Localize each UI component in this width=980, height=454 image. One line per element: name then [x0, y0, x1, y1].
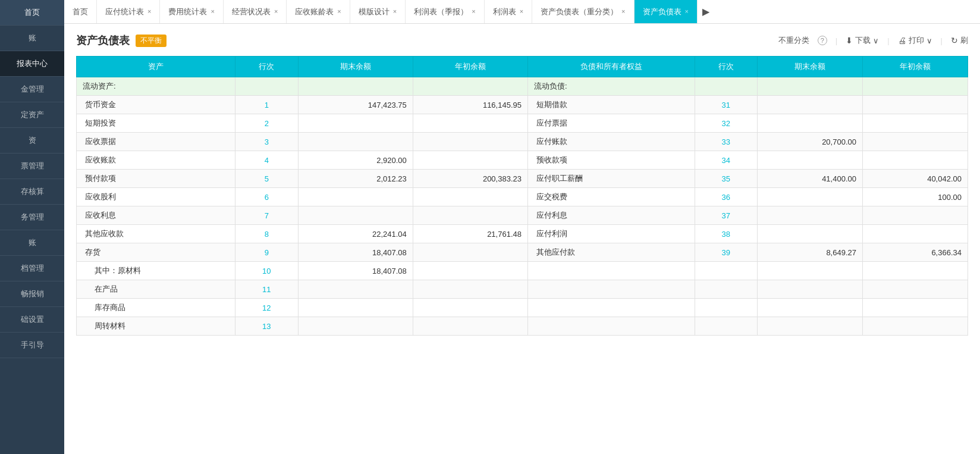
- table-row[interactable]: 货币资金 1 147,423.75 116,145.95 短期借款 31: [77, 96, 968, 114]
- right-year-start: [862, 96, 968, 114]
- page-title: 资产负债表: [76, 33, 130, 48]
- tab-bs-reclassify-close[interactable]: ×: [621, 8, 625, 15]
- table-row[interactable]: 短期投资 2 应付票据 32: [77, 114, 968, 133]
- tab-ap-stat-close[interactable]: ×: [147, 8, 151, 15]
- left-period-end: [298, 280, 413, 299]
- tab-operation-close[interactable]: ×: [274, 8, 278, 15]
- tab-scroll-right[interactable]: ▶: [698, 0, 714, 23]
- left-row-num: 3: [235, 133, 298, 151]
- download-btn[interactable]: ⬇ 下载 ∨: [846, 35, 879, 46]
- tab-bs[interactable]: 资产负债表 ×: [635, 0, 698, 23]
- help-icon[interactable]: ?: [818, 36, 827, 45]
- table-section-row: 流动资产: 流动负债:: [77, 77, 968, 96]
- right-period-end: [758, 96, 863, 114]
- right-period-end: 8,649.27: [758, 243, 863, 262]
- divider1: |: [835, 36, 837, 45]
- unbalanced-badge: 不平衡: [136, 35, 167, 47]
- right-row-num: 35: [695, 170, 757, 188]
- tab-bs-close[interactable]: ×: [685, 8, 689, 15]
- tab-ap-stat[interactable]: 应付统计表 ×: [97, 0, 160, 23]
- table-row[interactable]: 其他应收款 8 22,241.04 21,761.48 应付利润 38: [77, 225, 968, 243]
- sidebar-item-home[interactable]: 首页: [0, 0, 64, 26]
- tab-profit-q-label: 利润表（季报）: [414, 7, 468, 17]
- tab-ar-age[interactable]: 应收账龄表 ×: [287, 0, 350, 23]
- section-right-label: 流动负债:: [527, 77, 695, 96]
- table-row[interactable]: 存货 9 18,407.08 其他应付款 39 8,649.27 6,366.3…: [77, 243, 968, 262]
- sidebar-item-task-mgmt[interactable]: 务管理: [0, 205, 64, 230]
- sidebar: 首页 账 报表中心 金管理 定资产 资 票管理 存核算 务管理 账 档管理 畅报…: [0, 0, 64, 454]
- left-row-num: 13: [235, 317, 298, 336]
- sidebar-item-fund-mgmt[interactable]: 金管理: [0, 77, 64, 102]
- sidebar-item-ledger[interactable]: 账: [0, 230, 64, 256]
- refresh-btn[interactable]: ↻ 刷: [951, 35, 968, 46]
- table-row[interactable]: 应收利息 7 应付利息 37: [77, 206, 968, 225]
- tab-bs-reclassify-label: 资产负债表（重分类）: [541, 7, 618, 17]
- tab-profit-q-close[interactable]: ×: [472, 8, 475, 15]
- tab-operation[interactable]: 经营状况表 ×: [224, 0, 287, 23]
- sidebar-item-assets[interactable]: 资: [0, 128, 64, 154]
- table-row[interactable]: 预付款项 5 2,012.23 200,383.23 应付职工薪酬 35 41,…: [77, 170, 968, 188]
- col-year-start-right: 年初余额: [862, 57, 968, 77]
- left-period-end: [298, 206, 413, 225]
- right-label: [527, 317, 695, 336]
- section-right-year: [862, 77, 968, 96]
- sidebar-item-report-center[interactable]: 报表中心: [0, 51, 64, 77]
- left-label: 库存商品: [77, 299, 235, 317]
- tab-template[interactable]: 模版设计 ×: [350, 0, 406, 23]
- left-period-end: 22,241.04: [298, 225, 413, 243]
- tab-profit[interactable]: 利润表 ×: [485, 0, 532, 23]
- left-row-num: 1: [235, 96, 298, 114]
- tab-expense-stat[interactable]: 费用统计表 ×: [160, 0, 223, 23]
- table-row[interactable]: 应收股利 6 应交税费 36 100.00: [77, 188, 968, 206]
- tab-profit-close[interactable]: ×: [520, 8, 523, 15]
- tab-template-close[interactable]: ×: [393, 8, 397, 15]
- left-label: 预付款项: [77, 170, 235, 188]
- tab-operation-label: 经营状况表: [232, 7, 271, 17]
- refresh-label: 刷: [960, 35, 968, 46]
- right-year-start: [862, 206, 968, 225]
- header-actions: 不重分类 ? | ⬇ 下载 ∨ | 🖨 打印 ∨ | ↻ 刷: [778, 35, 968, 46]
- sidebar-item-account[interactable]: 账: [0, 26, 64, 51]
- sidebar-item-inventory[interactable]: 存核算: [0, 179, 64, 205]
- page-title-wrap: 资产负债表 不平衡: [76, 33, 167, 48]
- sidebar-item-guide[interactable]: 手引导: [0, 333, 64, 358]
- left-label: 周转材料: [77, 317, 235, 336]
- page-header: 资产负债表 不平衡 不重分类 ? | ⬇ 下载 ∨ | 🖨 打印 ∨ |: [76, 33, 968, 48]
- right-year-start: [862, 262, 968, 280]
- table-row[interactable]: 应收票据 3 应付账款 33 20,700.00: [77, 133, 968, 151]
- tab-home[interactable]: 首页: [64, 0, 97, 23]
- print-btn[interactable]: 🖨 打印 ∨: [898, 35, 932, 46]
- tab-expense-stat-close[interactable]: ×: [211, 8, 214, 15]
- tab-bs-reclassify[interactable]: 资产负债表（重分类） ×: [532, 0, 634, 23]
- col-period-end-right: 期末余额: [758, 57, 863, 77]
- right-row-num: [695, 299, 757, 317]
- sidebar-item-doc-mgmt[interactable]: 档管理: [0, 256, 64, 281]
- left-period-end: 18,407.08: [298, 243, 413, 262]
- right-year-start: [862, 280, 968, 299]
- table-row[interactable]: 在产品 11: [77, 280, 968, 299]
- table-row[interactable]: 周转材料 13: [77, 317, 968, 336]
- right-label: 应付利润: [527, 225, 695, 243]
- no-reclassify-btn[interactable]: 不重分类: [778, 35, 809, 46]
- download-icon: ⬇: [846, 36, 853, 45]
- table-row[interactable]: 其中：原材料 10 18,407.08: [77, 262, 968, 280]
- right-year-start: 6,366.34: [862, 243, 968, 262]
- left-year-start: 200,383.23: [413, 170, 527, 188]
- sidebar-item-expense[interactable]: 畅报销: [0, 281, 64, 307]
- left-label: 应收账款: [77, 151, 235, 170]
- sidebar-item-basic-settings[interactable]: 础设置: [0, 307, 64, 333]
- tab-ar-age-close[interactable]: ×: [337, 8, 341, 15]
- sidebar-item-ticket-mgmt[interactable]: 票管理: [0, 154, 64, 179]
- right-period-end: [758, 262, 863, 280]
- table-row[interactable]: 应收账款 4 2,920.00 预收款项 34: [77, 151, 968, 170]
- right-year-start: 40,042.00: [862, 170, 968, 188]
- sidebar-item-fixed-assets[interactable]: 定资产: [0, 102, 64, 128]
- left-row-num: 4: [235, 151, 298, 170]
- table-row[interactable]: 库存商品 12: [77, 299, 968, 317]
- tab-bs-label: 资产负债表: [643, 7, 681, 17]
- tab-profit-q[interactable]: 利润表（季报） ×: [406, 0, 484, 23]
- right-row-num: 38: [695, 225, 757, 243]
- left-row-num: 6: [235, 188, 298, 206]
- right-row-num: [695, 317, 757, 336]
- right-period-end: [758, 280, 863, 299]
